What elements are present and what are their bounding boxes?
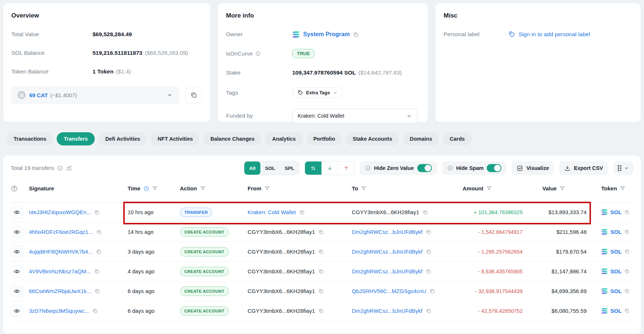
preview-eye-button[interactable]: [11, 305, 23, 317]
filter-funnel-icon[interactable]: [486, 186, 492, 191]
copy-icon[interactable]: [353, 31, 359, 38]
from-address: CGYY3tmbX6...6KH28fiay1: [248, 308, 315, 314]
preview-eye-button[interactable]: [11, 285, 23, 297]
copy-icon[interactable]: [624, 288, 630, 294]
chevron-down-icon: [406, 113, 412, 119]
preview-eye-button[interactable]: [11, 226, 23, 238]
tab-analytics[interactable]: Analytics: [265, 132, 302, 145]
tab-stake-accounts[interactable]: Stake Accounts: [346, 132, 399, 145]
solana-icon: [601, 269, 608, 274]
time-cell: 3 days ago: [128, 248, 180, 255]
header-to: To: [352, 185, 460, 191]
tab-portfolio[interactable]: Portfolio: [306, 132, 342, 145]
owner-link[interactable]: System Program: [303, 31, 350, 38]
sort-both-button[interactable]: [305, 162, 321, 175]
filter-all-button[interactable]: All: [244, 162, 260, 175]
copy-icon[interactable]: [94, 209, 100, 215]
copy-icon[interactable]: [429, 288, 435, 294]
copy-icon[interactable]: [624, 229, 630, 235]
misc-title: Misc: [444, 12, 633, 19]
token-link[interactable]: SOL: [610, 288, 622, 294]
chart-icon[interactable]: [66, 165, 72, 171]
signature-link[interactable]: 4V9VBinrNzNbsz7aQM...: [29, 268, 91, 274]
signature-link[interactable]: 4hNxRDFzF6oe2RGqz1...: [29, 229, 93, 235]
preview-eye-button[interactable]: [11, 246, 23, 258]
preview-eye-button[interactable]: [11, 206, 23, 219]
visualize-button[interactable]: Visualize: [512, 161, 554, 175]
signature-link[interactable]: 3zD7N6eqs3MSquywc...: [29, 308, 89, 314]
to-address-link[interactable]: Dm2ghRWCsz...bJnUFdBykf: [352, 268, 422, 274]
eye-icon: [14, 288, 20, 295]
value-cell: $4,699,356.89: [528, 288, 592, 294]
incoming-filter-button[interactable]: [321, 162, 338, 175]
tab-transactions[interactable]: Transactions: [7, 132, 53, 145]
hide-zero-toggle[interactable]: [417, 164, 432, 172]
copy-icon[interactable]: [318, 288, 324, 294]
filter-funnel-icon[interactable]: [560, 186, 565, 191]
signature-link[interactable]: 66CseWmZRbjaUwX1k...: [29, 288, 91, 294]
from-address-link[interactable]: Kraken: Cold Wallet: [248, 209, 296, 215]
copy-icon[interactable]: [96, 229, 102, 235]
token-link[interactable]: SOL: [610, 268, 622, 274]
table-row: 4V9VBinrNzNbsz7aQM... 4 days ago CREATE …: [11, 262, 633, 281]
copy-icon[interactable]: [318, 229, 324, 235]
copy-icon[interactable]: [96, 249, 102, 255]
time-cell: 6 days ago: [128, 288, 180, 294]
funded-by-select[interactable]: Kraken: Cold Wallet: [292, 109, 417, 123]
copy-icon[interactable]: [624, 269, 630, 274]
tab-cards[interactable]: Cards: [443, 132, 472, 145]
info-icon[interactable]: [57, 165, 63, 171]
copy-icon[interactable]: [624, 209, 630, 215]
clock-icon[interactable]: [143, 186, 149, 191]
copy-token-list-button[interactable]: [185, 87, 202, 104]
export-csv-button[interactable]: Export CSV: [559, 161, 608, 175]
copy-icon[interactable]: [426, 249, 432, 255]
extra-tags-dropdown[interactable]: Extra Tags: [292, 87, 343, 98]
copy-icon[interactable]: [426, 308, 432, 314]
filter-funnel-icon[interactable]: [152, 186, 158, 191]
filter-sol-button[interactable]: SOL: [260, 162, 280, 175]
signature-link[interactable]: 4ujqdtHF8QNWHVK7b4...: [29, 248, 93, 255]
tab-nft-activities[interactable]: NFT Activities: [151, 132, 200, 145]
preview-eye-button[interactable]: [11, 265, 23, 278]
hide-spam-toggle[interactable]: [487, 164, 501, 172]
copy-icon[interactable]: [426, 229, 432, 235]
filter-funnel-icon[interactable]: [264, 186, 270, 191]
value-cell: $6,080,755.59: [528, 308, 592, 314]
outgoing-filter-button[interactable]: [338, 162, 354, 175]
to-address-link[interactable]: Dm2ghRWCsz...bJnUFdBykf: [352, 229, 422, 235]
sol-balance: 519,216.511811873: [93, 50, 142, 56]
filter-spl-button[interactable]: SPL: [280, 162, 299, 175]
to-address-link[interactable]: QbJSRHV56C...MZGSgs4cnU: [352, 288, 426, 294]
tab-balance-changes[interactable]: Balance Changes: [203, 132, 261, 145]
copy-icon[interactable]: [426, 269, 432, 274]
filter-funnel-icon[interactable]: [200, 186, 206, 191]
copy-icon[interactable]: [94, 269, 100, 274]
eye-icon: [14, 308, 20, 314]
copy-icon[interactable]: [318, 249, 324, 255]
copy-icon[interactable]: [318, 269, 324, 274]
token-link[interactable]: SOL: [610, 248, 622, 255]
copy-icon[interactable]: [624, 308, 630, 314]
copy-icon[interactable]: [94, 288, 100, 294]
copy-icon[interactable]: [299, 209, 305, 215]
token-link[interactable]: SOL: [610, 209, 622, 215]
copy-icon[interactable]: [624, 249, 630, 254]
filter-funnel-icon[interactable]: [361, 186, 366, 191]
copy-icon[interactable]: [318, 308, 324, 314]
sign-in-link[interactable]: Sign in to add personal label: [509, 31, 590, 38]
to-address-link[interactable]: Dm2ghRWCsz...bJnUFdBykf: [352, 248, 422, 255]
filter-funnel-icon[interactable]: [620, 186, 625, 191]
token-link[interactable]: SOL: [610, 229, 622, 235]
tab-domains[interactable]: Domains: [403, 132, 439, 145]
token-holdings-dropdown[interactable]: 69 CAT (~$1.4007): [11, 86, 179, 104]
to-address-link[interactable]: Dm2ghRWCsz...bJnUFdBykf: [352, 308, 422, 314]
copy-icon[interactable]: [422, 209, 428, 215]
columns-settings-button[interactable]: [613, 161, 633, 175]
tab-defi-activities[interactable]: Defi Activities: [98, 132, 147, 145]
copy-icon[interactable]: [92, 308, 98, 314]
sol-balance-usd: ($69,528,283.09): [145, 50, 188, 56]
token-link[interactable]: SOL: [610, 308, 622, 314]
signature-link[interactable]: nteJ3HtZ4qxxoWGQEn...: [29, 209, 91, 215]
tab-transfers[interactable]: Transfers: [57, 132, 94, 145]
